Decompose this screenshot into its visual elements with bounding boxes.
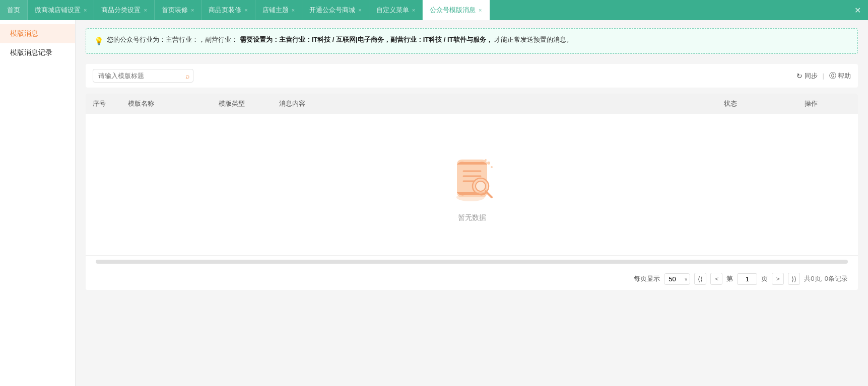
page-label: 第 <box>726 274 733 283</box>
nav-tab-template-msg[interactable]: 公众号模版消息× <box>423 0 489 20</box>
main-layout: 模版消息模版消息记录 💡 您的公众号行业为：主营行业：，副营行业： 需要设置为：… <box>0 20 868 386</box>
search-icon[interactable]: ⌕ <box>185 72 189 80</box>
svg-point-9 <box>485 159 487 161</box>
search-actions: ↻ 同步 | ⓪ 帮助 <box>796 71 851 81</box>
search-bar: ⌕ ↻ 同步 | ⓪ 帮助 <box>86 64 858 88</box>
table-header-状态: 状态 <box>717 94 797 114</box>
nav-tab-category-setting[interactable]: 商品分类设置× <box>94 0 154 20</box>
pagination-bar: 每页显示 50 20 100 ⟨⟨ ＜ 第 页 ＞ ⟩⟩ 共0页, 0条记录 <box>86 268 858 290</box>
search-left: ⌕ <box>93 69 193 83</box>
svg-point-7 <box>487 162 490 165</box>
sidebar-item-template-record[interactable]: 模版消息记录 <box>0 43 75 62</box>
divider: | <box>823 72 824 80</box>
page-size-label: 每页显示 <box>634 274 660 283</box>
nav-tab-close-category-setting[interactable]: × <box>144 7 147 13</box>
next-page-button[interactable]: ＞ <box>772 273 784 285</box>
table-header-模版类型: 模版类型 <box>212 94 272 114</box>
nav-tab-close-open-mall[interactable]: × <box>358 7 361 13</box>
table-header-消息内容: 消息内容 <box>272 94 717 114</box>
svg-point-8 <box>491 166 493 168</box>
nav-tab-close-home-decor[interactable]: × <box>191 7 194 13</box>
svg-point-5 <box>476 181 486 191</box>
help-button[interactable]: ⓪ 帮助 <box>829 71 851 81</box>
nav-tab-home[interactable]: 首页 <box>0 0 28 20</box>
empty-illustration <box>444 152 500 207</box>
nav-tab-close-template-msg[interactable]: × <box>479 7 482 13</box>
page-suffix: 页 <box>761 274 768 283</box>
notice-text: 您的公众号行业为：主营行业：，副营行业： 需要设置为：主营行业：IT科技 / 互… <box>107 35 573 45</box>
page-size-select[interactable]: 50 20 100 <box>664 273 690 285</box>
sync-button[interactable]: ↻ 同步 <box>796 71 818 81</box>
nav-tab-open-mall[interactable]: 开通公众号商城× <box>302 0 369 20</box>
sync-icon: ↻ <box>796 72 803 80</box>
nav-tab-shop-setting[interactable]: 微商城店铺设置× <box>28 0 94 20</box>
search-input[interactable] <box>93 69 193 83</box>
table-header-模版名称: 模版名称 <box>121 94 212 114</box>
page-input[interactable] <box>737 273 757 285</box>
nav-tab-product-decor[interactable]: 商品页装修× <box>202 0 255 20</box>
nav-tab-shop-theme[interactable]: 店铺主题× <box>255 0 302 20</box>
prev-page-button[interactable]: ＜ <box>710 273 722 285</box>
help-icon: ⓪ <box>829 71 836 81</box>
first-page-button[interactable]: ⟨⟨ <box>694 273 706 285</box>
table-body: 暂无数据 <box>86 114 858 255</box>
empty-state: 暂无数据 <box>444 152 500 222</box>
nav-tab-close-custom-menu[interactable]: × <box>412 7 415 13</box>
nav-tab-close-shop-setting[interactable]: × <box>84 7 87 13</box>
empty-text: 暂无数据 <box>458 213 486 222</box>
table-header-操作: 操作 <box>797 94 858 114</box>
table-header: 序号模版名称模版类型消息内容状态操作 <box>86 94 858 114</box>
notice-box: 💡 您的公众号行业为：主营行业：，副营行业： 需要设置为：主营行业：IT科技 /… <box>86 28 858 54</box>
sidebar: 模版消息模版消息记录 <box>0 20 76 386</box>
last-page-button[interactable]: ⟩⟩ <box>788 273 800 285</box>
nav-tab-custom-menu[interactable]: 自定义菜单× <box>369 0 423 20</box>
content-area: 💡 您的公众号行业为：主营行业：，副营行业： 需要设置为：主营行业：IT科技 /… <box>76 20 868 386</box>
sidebar-item-template-message[interactable]: 模版消息 <box>0 24 75 43</box>
search-input-wrap: ⌕ <box>93 69 193 83</box>
scrollbar-area <box>86 255 858 268</box>
top-navigation: 首页微商城店铺设置×商品分类设置×首页装修×商品页装修×店铺主题×开通公众号商城… <box>0 0 868 20</box>
table-wrap: 序号模版名称模版类型消息内容状态操作 <box>86 94 858 290</box>
scrollbar[interactable] <box>96 260 848 264</box>
table-header-序号: 序号 <box>86 94 121 114</box>
close-all-button[interactable]: ✕ <box>847 0 868 20</box>
total-info: 共0页, 0条记录 <box>804 274 848 283</box>
nav-tab-close-shop-theme[interactable]: × <box>292 7 295 13</box>
nav-tab-close-product-decor[interactable]: × <box>244 7 247 13</box>
nav-tab-home-decor[interactable]: 首页装修× <box>155 0 202 20</box>
notice-icon: 💡 <box>94 35 104 47</box>
page-size-select-wrap: 50 20 100 <box>664 273 690 285</box>
